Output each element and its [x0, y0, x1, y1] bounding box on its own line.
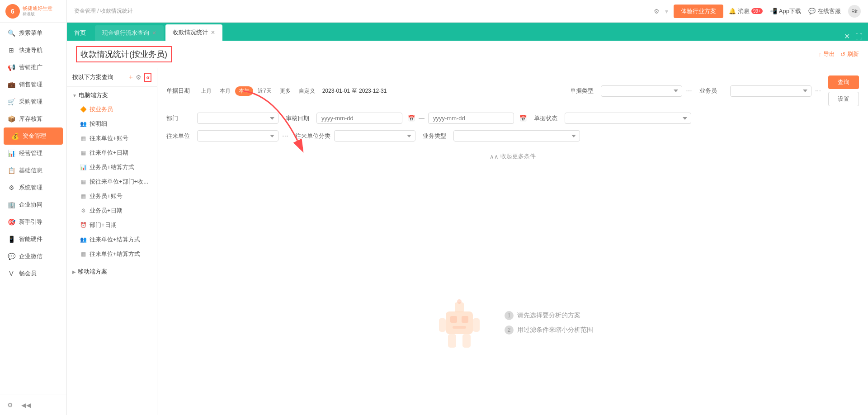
- partner-more[interactable]: ···: [282, 132, 288, 140]
- sidebar-item-inventory[interactable]: 📦 库存核算: [0, 110, 66, 127]
- tab-home[interactable]: 首页: [67, 25, 93, 41]
- trial-btn[interactable]: 体验行业方案: [674, 5, 723, 18]
- sidebar-item-guide[interactable]: 🎯 新手引导: [0, 213, 66, 231]
- scheme-item-1[interactable]: 👥 按明细: [67, 117, 157, 131]
- empty-robot-illustration: [432, 293, 486, 352]
- scheme-item-icon-4: 📊: [80, 164, 87, 171]
- scheme-group-desktop-header[interactable]: ▼ 电脑端方案: [67, 89, 157, 102]
- query-btn[interactable]: 查询: [828, 75, 859, 89]
- scheme-item-3[interactable]: ▦ 往来单位+日期: [67, 146, 157, 160]
- date-tabs: 上月 本月 本年 近7天 更多 自定义: [197, 86, 319, 96]
- empty-tips: 1 请先选择要分析的方案 2 用过滤条件来缩小分析范围: [505, 311, 593, 335]
- voucher-type-select[interactable]: [601, 85, 682, 97]
- sidebar-item-marketing[interactable]: 📢 营销推广: [0, 59, 66, 76]
- filter-area: 单据日期 上月 本月 本年 近7天 更多 自定义 2023-01-01: [157, 68, 868, 231]
- dept-select[interactable]: [197, 113, 278, 124]
- svg-rect-8: [473, 318, 480, 332]
- collapse-sidebar-btn[interactable]: ◀◀: [20, 399, 33, 411]
- settings-bottom-btn[interactable]: ⚙: [4, 399, 16, 411]
- date-tab-this-month[interactable]: 本月: [216, 86, 234, 96]
- review-date-from[interactable]: [316, 113, 402, 124]
- tab-receipt-close[interactable]: ✕: [211, 29, 215, 36]
- date-tab-last-month[interactable]: 上月: [197, 86, 215, 96]
- filter-salesman-item: 业务员 ···: [699, 85, 821, 97]
- voucher-type-more[interactable]: ···: [686, 87, 692, 95]
- group-mobile-expand-icon: ▶: [72, 269, 76, 274]
- scheme-item-10[interactable]: ▦ 往来单位+结算方式: [67, 247, 157, 261]
- scheme-item-label-5: 按往来单位+部门+收...: [90, 178, 148, 186]
- page-header-actions: ↑ 导出 ↺ 刷新: [819, 50, 859, 58]
- scheme-item-6[interactable]: ▦ 业务员+账号: [67, 189, 157, 203]
- close-window-icon[interactable]: ✕: [844, 32, 850, 41]
- sidebar-item-sales[interactable]: 💼 销售管理: [0, 76, 66, 93]
- export-btn[interactable]: ↑ 导出: [819, 50, 835, 58]
- marketing-icon: 📢: [7, 63, 15, 71]
- date-tab-more[interactable]: 更多: [276, 86, 294, 96]
- date-tab-this-year[interactable]: 本年: [235, 86, 253, 96]
- svg-rect-3: [462, 316, 468, 323]
- salesman-select[interactable]: [730, 85, 811, 97]
- sidebar-item-finance[interactable]: 💰 资金管理: [4, 127, 63, 145]
- svg-rect-4: [453, 326, 466, 329]
- app-download-btn[interactable]: 📲 App下载: [770, 7, 801, 15]
- sidebar-item-search[interactable]: 🔍 搜索菜单: [0, 24, 66, 42]
- refresh-btn[interactable]: ↺ 刷新: [840, 50, 859, 58]
- operation-icon: 📊: [7, 149, 15, 157]
- tab-bank-close[interactable]: ✕: [152, 30, 156, 36]
- calendar-to-icon[interactable]: 📅: [519, 115, 527, 122]
- collapse-more-btn[interactable]: ∧∧ 收起更多条件: [490, 152, 536, 160]
- setting-btn[interactable]: 设置: [828, 92, 859, 106]
- filter-biz-type-item: 业务类型: [423, 130, 580, 141]
- calendar-from-icon[interactable]: 📅: [408, 115, 415, 122]
- user-avatar[interactable]: Rit: [848, 5, 861, 18]
- sidebar-item-basic[interactable]: 📋 基础信息: [0, 162, 66, 179]
- tab-receipt[interactable]: 收款情况统计 ✕: [165, 24, 222, 41]
- filter-voucher-status-item: 单据状态: [534, 113, 691, 124]
- biz-type-select[interactable]: [453, 130, 580, 141]
- salesman-label: 业务员: [699, 87, 726, 95]
- date-tab-7days[interactable]: 近7天: [254, 86, 275, 96]
- scheme-item-9[interactable]: 👥 往来单位+结算方式: [67, 232, 157, 247]
- scheme-item-label-10: 往来单位+结算方式: [90, 250, 140, 258]
- sidebar: 6 畅捷通好生意 标准版 🔍 搜索菜单 ⊞ 快捷导航 📢 营销推广 💼 销售管理…: [0, 0, 67, 415]
- scheme-collapse-btn[interactable]: «: [144, 73, 151, 82]
- salesman-more[interactable]: ···: [815, 87, 821, 95]
- sidebar-item-quicknav[interactable]: ⊞ 快捷导航: [0, 42, 66, 59]
- scheme-setting-btn[interactable]: ⚙: [136, 74, 142, 81]
- sidebar-item-hardware[interactable]: 📱 智能硬件: [0, 231, 66, 248]
- partner-select[interactable]: [197, 130, 278, 141]
- filter-actions: 查询 设置: [828, 75, 859, 106]
- tab-bank[interactable]: 现金银行流水查询 ✕: [95, 25, 164, 41]
- sidebar-item-enterprise[interactable]: 🏢 企业协同: [0, 196, 66, 213]
- settings-gear-icon[interactable]: ⚙: [654, 8, 660, 15]
- online-service-btn[interactable]: 💬 在线客服: [808, 7, 841, 15]
- topbar-actions: 🔔 消息 99+ 📲 App下载 💬 在线客服 Rit: [729, 5, 861, 18]
- download-icon: 📲: [770, 8, 777, 14]
- hardware-icon: 📱: [7, 235, 15, 243]
- scheme-item-4[interactable]: 📊 业务员+结算方式: [67, 160, 157, 174]
- content-area: 单据日期 上月 本月 本年 近7天 更多 自定义 2023-01-01: [157, 68, 868, 415]
- sidebar-item-operation[interactable]: 📊 经营管理: [0, 145, 66, 162]
- sidebar-item-member[interactable]: V 畅会员: [0, 265, 66, 282]
- date-tab-custom[interactable]: 自定义: [295, 86, 319, 96]
- logo-icon: 6: [5, 4, 20, 19]
- scheme-item-7[interactable]: ⚙ 业务员+日期: [67, 203, 157, 218]
- review-date-to[interactable]: [428, 113, 514, 124]
- scheme-item-8[interactable]: ⏰ 部门+日期: [67, 218, 157, 232]
- scheme-group-mobile-header[interactable]: ▶ 移动端方案: [67, 265, 157, 278]
- scheme-item-5[interactable]: ▦ 按往来单位+部门+收...: [67, 174, 157, 189]
- scheme-add-btn[interactable]: +: [129, 73, 133, 81]
- maximize-window-icon[interactable]: ⛶: [855, 33, 863, 41]
- partner-category-select[interactable]: [334, 130, 415, 141]
- scheme-item-2[interactable]: ▦ 往来单位+账号: [67, 131, 157, 146]
- sidebar-item-purchase[interactable]: 🛒 采购管理: [0, 93, 66, 110]
- voucher-status-select[interactable]: [565, 113, 691, 124]
- scheme-item-0[interactable]: 🔶 按业务员: [67, 102, 157, 117]
- guide-icon: 🎯: [7, 218, 15, 226]
- date-separator: 至: [352, 87, 357, 95]
- partner-category-label: 往来单位分类: [295, 132, 330, 140]
- sidebar-item-system[interactable]: ⚙ 系统管理: [0, 179, 66, 196]
- scheme-item-label-4: 业务员+结算方式: [90, 163, 134, 171]
- notification-btn[interactable]: 🔔 消息 99+: [729, 7, 763, 15]
- sidebar-item-wechat[interactable]: 💬 企业微信: [0, 248, 66, 265]
